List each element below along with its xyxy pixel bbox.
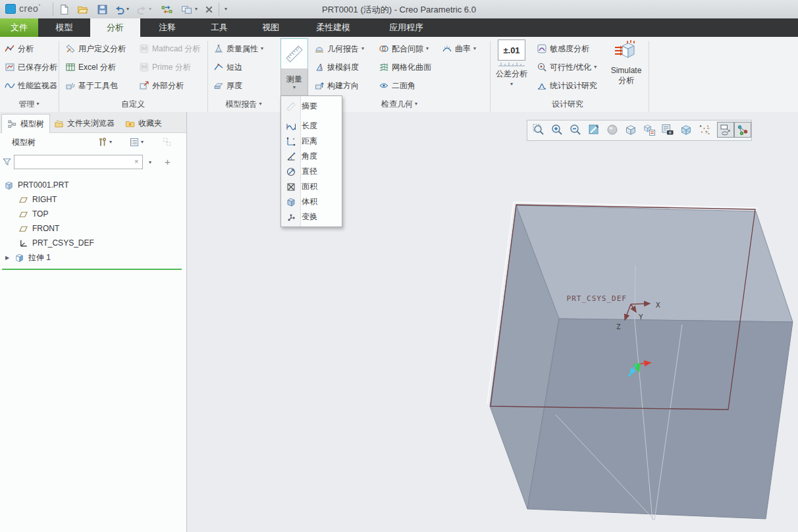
measure-dropdown-button[interactable]: 测量 ▾ xyxy=(280,68,308,96)
group-label-model-report[interactable]: 模型报告▾ xyxy=(207,97,280,111)
mass-properties-button[interactable]: 质量属性▾ xyxy=(211,41,265,57)
tree-item-right-plane[interactable]: RIGHT xyxy=(18,192,57,207)
cube-front-face[interactable] xyxy=(527,319,793,519)
excel-analysis-button[interactable]: Excel 分析 xyxy=(63,59,118,75)
tree-item-part[interactable]: PRT0001.PRT xyxy=(4,178,69,192)
annotation-display-button[interactable] xyxy=(717,122,734,138)
measure-button[interactable] xyxy=(280,38,308,70)
refit-button[interactable] xyxy=(530,122,547,138)
geometry-report-button[interactable]: 几何报告▾ xyxy=(312,41,366,57)
area-icon xyxy=(286,182,296,192)
graphics-toolbar xyxy=(527,120,752,141)
spin-center-button[interactable] xyxy=(734,122,751,138)
draft-angle-button[interactable]: 拔模斜度 xyxy=(312,59,361,75)
menu-item-length[interactable]: 长度 xyxy=(281,119,342,134)
feasibility-optimization-button[interactable]: 可行性/优化▾ xyxy=(535,59,598,75)
menu-item-diameter[interactable]: 直径 xyxy=(281,164,342,179)
performance-monitor-button[interactable]: 性能监视器 xyxy=(3,78,59,93)
tree-item-extrude[interactable]: ▶拉伸 1 xyxy=(4,250,51,265)
clearance-button[interactable]: 配合间隙▾ xyxy=(377,41,431,57)
tree-item-csys[interactable]: PRT_CSYS_DEF xyxy=(18,236,94,250)
datum-plane-icon xyxy=(18,195,28,205)
cube-top-face[interactable] xyxy=(516,205,793,322)
curvature-button[interactable]: 曲率▾ xyxy=(440,41,478,57)
tab-applications[interactable]: 应用程序 xyxy=(371,18,441,37)
transparency-button[interactable] xyxy=(678,122,695,138)
view-manager-button[interactable] xyxy=(641,122,658,138)
tab-file[interactable]: 文件 xyxy=(0,18,38,37)
tab-favorites[interactable]: 收藏夹 xyxy=(120,114,167,132)
regenerate-button[interactable] xyxy=(159,2,174,16)
close-window-button[interactable] xyxy=(201,2,216,16)
csys-label[interactable]: PRT_CSYS_DEF xyxy=(567,294,627,303)
window-switch-button[interactable] xyxy=(179,2,194,16)
menu-item-area[interactable]: 面积 xyxy=(281,179,342,194)
analysis-button[interactable]: 分析 xyxy=(3,41,36,57)
datum-display-button[interactable] xyxy=(696,122,713,138)
repaint-button[interactable] xyxy=(585,122,602,138)
measure-menu: 摘要 长度 距离 角度 直径 面积 体积 变换 xyxy=(280,95,342,227)
tree-item-front-plane[interactable]: FRONT xyxy=(18,221,59,236)
saved-analysis-button[interactable]: 已保存分析 xyxy=(3,59,59,75)
window-dropdown-caret[interactable]: ▾ xyxy=(195,7,198,12)
tab-model[interactable]: 模型 xyxy=(40,18,88,37)
tree-item-top-plane[interactable]: TOP xyxy=(18,207,48,221)
user-defined-analysis-button[interactable]: 用户定义分析 xyxy=(63,41,128,57)
new-file-button[interactable] xyxy=(57,2,71,16)
toolkit-based-button[interactable]: 基于工具包 xyxy=(63,78,120,93)
tree-settings-button[interactable]: ▾ xyxy=(97,135,112,149)
menu-item-volume[interactable]: 体积 xyxy=(281,194,342,209)
open-file-button[interactable] xyxy=(75,2,90,16)
tab-folder-browser[interactable]: 文件夹浏览器 xyxy=(49,114,120,132)
external-analysis-button[interactable]: 外部分析 xyxy=(137,78,186,93)
build-direction-button[interactable]: 构建方向 xyxy=(312,78,361,93)
tools-icon xyxy=(97,137,108,147)
insertion-indicator[interactable] xyxy=(2,269,182,270)
volume-icon xyxy=(286,197,296,207)
zoom-out-button[interactable] xyxy=(567,122,584,138)
short-edge-button[interactable]: 短边 xyxy=(211,59,244,75)
add-filter-icon[interactable]: + xyxy=(165,156,171,167)
expander-icon[interactable]: ▶ xyxy=(4,255,11,261)
tab-annotate[interactable]: 注释 xyxy=(142,18,192,37)
menu-item-angle[interactable]: 角度 xyxy=(281,149,342,164)
zoom-in-button[interactable] xyxy=(548,122,566,138)
tab-view[interactable]: 视图 xyxy=(246,18,295,37)
simulate-analysis-button[interactable]: Simulate 分析 xyxy=(606,40,647,86)
mesh-surface-button[interactable]: 网格化曲面 xyxy=(377,59,433,75)
zoom-out-icon xyxy=(569,123,582,136)
thickness-button[interactable]: 厚度 xyxy=(211,78,244,93)
capture-button[interactable] xyxy=(659,122,676,138)
redo-dropdown-caret[interactable]: ▾ xyxy=(149,7,151,12)
group-label-manage[interactable]: 管理▾ xyxy=(0,97,58,111)
favorites-icon xyxy=(125,119,135,128)
redo-button[interactable] xyxy=(134,2,149,16)
saved-orientations-button[interactable] xyxy=(622,122,639,138)
tab-tools[interactable]: 工具 xyxy=(194,18,244,37)
menu-item-summary[interactable]: 摘要 xyxy=(281,98,342,115)
undo-dropdown-caret[interactable]: ▾ xyxy=(126,7,129,12)
menu-item-transform[interactable]: 变换 xyxy=(281,209,342,225)
axis-z-label: Z xyxy=(616,323,621,331)
undo-button[interactable] xyxy=(112,2,126,16)
3d-scene[interactable]: PRT_CSYS_DEF X Y Z xyxy=(187,112,798,532)
display-style-button[interactable] xyxy=(604,122,621,138)
tree-search-input[interactable] xyxy=(14,155,143,169)
save-button[interactable] xyxy=(95,2,109,16)
dihedral-angle-button[interactable]: 二面角 xyxy=(377,78,417,93)
sensitivity-analysis-button[interactable]: 敏感度分析 xyxy=(535,41,591,57)
tolerance-analysis-button[interactable]: ±.01 公差分析 ▾ xyxy=(492,40,531,87)
clear-search-icon[interactable]: × xyxy=(134,157,138,165)
shaded-sphere-icon xyxy=(606,123,619,136)
search-options-caret[interactable]: ▾ xyxy=(149,160,151,165)
tab-flexible-modeling[interactable]: 柔性建模 xyxy=(297,18,369,37)
cube-model[interactable] xyxy=(487,202,793,520)
tree-filters-button[interactable]: ▾ xyxy=(129,135,144,149)
tab-analysis[interactable]: 分析 xyxy=(90,18,140,37)
tab-model-tree[interactable]: 模型树 xyxy=(1,114,50,133)
statistical-design-study-button[interactable]: 统计设计研究 xyxy=(535,78,599,93)
tree-filter-row: × ▾ + xyxy=(0,152,186,173)
customize-qat-caret[interactable]: ▾ xyxy=(225,7,227,12)
menu-item-distance[interactable]: 距离 xyxy=(281,134,342,149)
graphics-area[interactable]: PRT_CSYS_DEF X Y Z xyxy=(187,112,798,532)
